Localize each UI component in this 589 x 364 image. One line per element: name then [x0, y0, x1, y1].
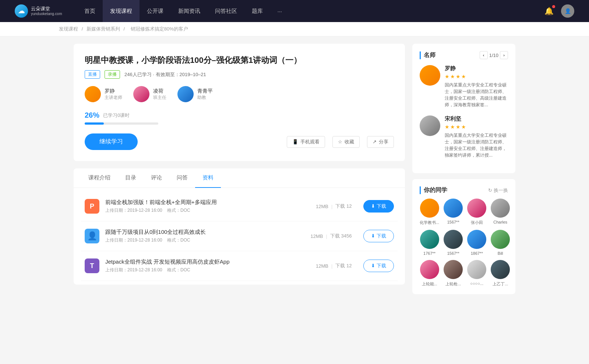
download-btn-2[interactable]: ⬇ 下载	[363, 230, 394, 242]
classmate-avatar-2	[444, 199, 463, 218]
classmate-6[interactable]: 1567**	[444, 230, 463, 256]
breadcrumb-link-1[interactable]: 发现课程	[59, 26, 78, 32]
tab-qa[interactable]: 问答	[169, 168, 195, 188]
classmate-name-10: 上轮枪...	[445, 281, 461, 287]
classmate-name-7: 1867**	[471, 251, 483, 256]
instructor-2: 凌荷 班主任	[133, 86, 166, 102]
teachers-header: 名师 ‹ 1/10 ›	[420, 51, 508, 59]
mobile-watch-button[interactable]: 📱 手机观看	[287, 136, 325, 148]
teacher-name-2: 宋利坚	[445, 115, 508, 122]
tab-review[interactable]: 评论	[144, 168, 169, 188]
classmate-9[interactable]: 上轮能...	[420, 260, 439, 287]
classmate-name-9: 上轮能...	[422, 281, 437, 287]
instructor-avatar-1	[85, 86, 101, 102]
refresh-button[interactable]: ↻ 换一换	[488, 187, 508, 194]
share-button[interactable]: ↗ 分享	[367, 136, 394, 148]
teacher-avatar-1	[420, 65, 440, 86]
nav-more[interactable]: ···	[270, 0, 290, 22]
classmate-avatar-7	[467, 230, 486, 249]
classmate-name-8: Bill	[498, 251, 503, 256]
resource-icon-1: P	[85, 199, 99, 214]
classmate-avatar-10	[444, 260, 463, 279]
instructor-name-1: 罗静	[105, 88, 122, 94]
mobile-icon: 📱	[292, 139, 298, 144]
classmate-avatar-11	[467, 260, 486, 279]
nav-qa[interactable]: 问答社区	[208, 0, 244, 22]
classmates-header: 你的同学 ↻ 换一换	[420, 186, 508, 194]
classmate-8[interactable]: Bill	[491, 230, 510, 256]
classmate-4[interactable]: Charles	[491, 199, 510, 225]
main-container: 明星中教授课，小学阶段语法100分–强化级第1讲动词（一） 直播 录播 246人…	[59, 36, 530, 307]
instructor-name-2: 凌荷	[153, 88, 166, 94]
collect-button[interactable]: ☆ 收藏	[332, 136, 360, 148]
content-left: 明星中教授课，小学阶段语法100分–强化级第1讲动词（一） 直播 录播 246人…	[74, 44, 405, 300]
nav-discover[interactable]: 发现课程	[103, 0, 140, 22]
classmate-2[interactable]: 1567**	[444, 199, 463, 225]
prev-page-button[interactable]: ‹	[480, 51, 488, 59]
logo-text: 云朵课堂 yunduoketang.com	[31, 6, 62, 16]
user-avatar-nav[interactable]: 👤	[561, 4, 574, 18]
breadcrumb-current: 销冠修炼术搞定80%的客户	[131, 26, 188, 32]
resource-stats-1: 12MB | 下载 12	[316, 203, 352, 210]
tabs-card: 课程介绍 目录 评论 问答 资料 P 前端全栈加强版！前端全栈+全周期+多端应用…	[74, 168, 405, 285]
share-icon: ↗	[373, 139, 377, 144]
classmate-name-4: Charles	[493, 220, 507, 224]
progress-text: 已学习0课时	[103, 112, 130, 119]
nav-items: 首页 发现课程 公开课 新闻资讯 问答社区 题库 ···	[77, 0, 544, 22]
resource-icon-3: T	[85, 258, 99, 273]
classmate-avatar-12	[491, 260, 510, 279]
resource-meta-3: 上传日期：2019-12-28 16:00 格式：DOC	[105, 267, 310, 273]
tab-resource[interactable]: 资料	[195, 168, 221, 188]
classmate-12[interactable]: 上乙丁...	[491, 260, 510, 287]
resource-stats-3: 12MB | 下载 12	[316, 263, 352, 269]
badge-live: 直播	[85, 70, 100, 79]
classmate-3[interactable]: 张小田	[467, 199, 486, 225]
resource-meta-2: 上传日期：2019-12-28 16:00 格式：DOC	[105, 237, 304, 243]
classmate-name-2: 1567**	[447, 220, 459, 224]
classmate-1[interactable]: 化学教书...	[420, 199, 439, 225]
classmates-card: 你的同学 ↻ 换一换 化学教书... 1567** 张小田	[412, 179, 515, 294]
instructor-1: 罗静 主讲老师	[85, 86, 122, 102]
classmate-avatar-1	[420, 199, 439, 218]
classmate-avatar-3	[467, 199, 486, 218]
nav-news[interactable]: 新闻资讯	[171, 0, 208, 22]
classmate-avatar-9	[420, 260, 439, 279]
classmate-7[interactable]: 1867**	[467, 230, 486, 256]
resource-item-3: T Jetpack全组件实战 开发短视频应用高仿皮皮虾App 上传日期：2019…	[81, 251, 398, 281]
download-btn-1[interactable]: ⬇ 下载	[363, 200, 394, 213]
resource-item-2: 👤 跟随千万级项目从0到100全过程高效成长 上传日期：2019-12-28 1…	[81, 221, 398, 251]
teacher-item-2: 宋利坚 ★★★★ 国内某重点大学安全工程专业硕士，国家一级注册消防工程师、注册安…	[420, 115, 508, 158]
continue-button[interactable]: 继续学习	[85, 133, 138, 150]
tab-catalog[interactable]: 目录	[118, 168, 144, 188]
classmates-title: 你的同学	[420, 186, 447, 194]
tab-intro[interactable]: 课程介绍	[81, 168, 118, 188]
logo-icon: ☁	[15, 4, 28, 18]
teacher-desc-1: 国内某重点大学安全工程专业硕士，国家一级注册消防工程师、注册安全工程师、高级注册…	[445, 82, 508, 108]
progress-section: 26% 已学习0课时	[85, 111, 394, 125]
bell-button[interactable]: 🔔	[544, 7, 554, 15]
breadcrumb-link-2[interactable]: 新媒体营销系列	[87, 26, 120, 32]
instructor-role-1: 主讲老师	[105, 94, 122, 101]
resource-name-3: Jetpack全组件实战 开发短视频应用高仿皮皮虾App	[105, 258, 310, 265]
course-actions: 继续学习 📱 手机观看 ☆ 收藏 ↗ 分享	[85, 133, 394, 150]
classmate-11[interactable]: ○○○○...	[467, 260, 486, 287]
notification-badge	[552, 5, 555, 8]
download-btn-3[interactable]: ⬇ 下载	[363, 260, 394, 272]
resource-item-1: P 前端全栈加强版！前端全栈+全周期+多端应用 上传日期：2019-12-28 …	[81, 192, 398, 221]
resource-list: P 前端全栈加强版！前端全栈+全周期+多端应用 上传日期：2019-12-28 …	[74, 188, 405, 285]
teacher-desc-2: 国内某重点大学安全工程专业硕士，国家一级注册消防工程师、注册安全工程师、注册建造…	[445, 132, 508, 158]
progress-bar-fill	[85, 122, 104, 125]
teacher-name-1: 罗静	[445, 65, 508, 72]
navbar: ☁ 云朵课堂 yunduoketang.com 首页 发现课程 公开课 新闻资讯…	[0, 0, 589, 22]
nav-right: 🔔 👤	[544, 4, 574, 18]
next-page-button[interactable]: ›	[500, 51, 508, 59]
teacher-stars-1: ★★★★	[445, 74, 508, 79]
classmate-5[interactable]: 1767**	[420, 230, 439, 256]
nav-home[interactable]: 首页	[77, 0, 103, 22]
logo[interactable]: ☁ 云朵课堂 yunduoketang.com	[15, 4, 62, 18]
instructor-role-3: 助教	[197, 94, 213, 101]
classmate-avatar-5	[420, 230, 439, 249]
nav-open[interactable]: 公开课	[140, 0, 171, 22]
nav-exam[interactable]: 题库	[244, 0, 270, 22]
classmate-10[interactable]: 上轮枪...	[444, 260, 463, 287]
